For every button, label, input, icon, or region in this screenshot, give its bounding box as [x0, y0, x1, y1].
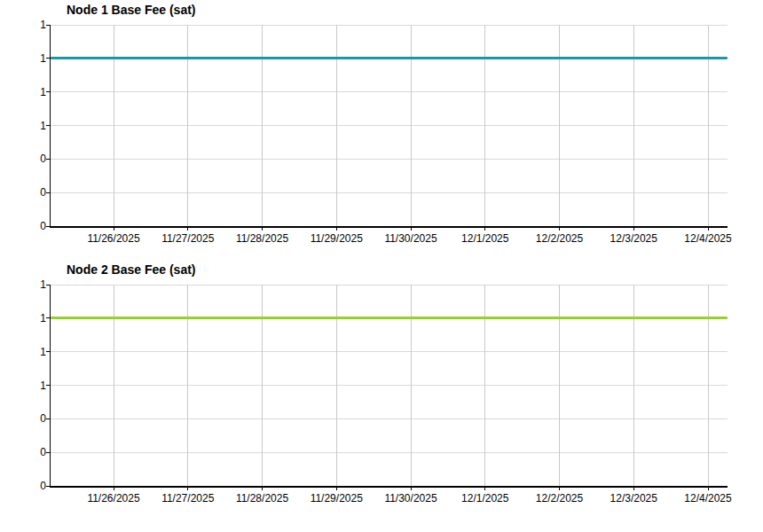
y-tick-label: 0	[15, 412, 46, 425]
y-tick-label: 0	[15, 480, 46, 492]
y-gridline	[51, 285, 728, 286]
x-tick-label: 12/1/2025	[448, 232, 523, 245]
y-tick-label: 1	[15, 346, 46, 358]
x-tick-label: 11/30/2025	[374, 232, 448, 245]
x-tick-label: 12/3/2025	[596, 492, 671, 505]
y-tick-label: 1	[15, 86, 46, 98]
y-axis-spine	[50, 25, 51, 228]
x-gridline	[187, 285, 188, 486]
x-tick-label: 12/4/2025	[671, 232, 745, 245]
y-gridline	[51, 192, 728, 193]
base-fee-charts-page: Node 1 Base Fee (sat) Node 2 Base Fee (s…	[0, 0, 763, 532]
x-gridline	[262, 285, 263, 486]
x-axis-spine	[50, 226, 728, 228]
x-tick-label: 11/27/2025	[151, 492, 225, 505]
y-tick-label: 1	[15, 278, 46, 291]
y-tick-label: 0	[15, 186, 46, 199]
x-gridline	[114, 25, 114, 226]
y-tick-label: 1	[15, 312, 46, 325]
x-tick-label: 11/26/2025	[76, 492, 151, 505]
y-tick-label: 1	[15, 52, 46, 65]
x-tick-label: 11/28/2025	[225, 492, 300, 505]
x-tick-label: 11/29/2025	[299, 492, 374, 505]
y-gridline	[51, 419, 728, 419]
x-gridline	[114, 285, 114, 486]
y-gridline	[51, 25, 728, 26]
chart-1-title: Node 1 Base Fee (sat)	[67, 3, 196, 17]
x-tick-label: 12/2/2025	[523, 232, 597, 245]
y-tick-label: 1	[15, 379, 46, 392]
y-tick-label: 0	[15, 446, 46, 458]
x-gridline	[411, 25, 412, 226]
x-tick-label: 11/29/2025	[299, 232, 374, 245]
data-line-node-2	[51, 317, 728, 319]
x-tick-label: 11/28/2025	[225, 232, 300, 245]
x-gridline	[484, 25, 485, 226]
x-gridline	[187, 25, 188, 226]
y-gridline	[51, 385, 728, 386]
data-line-node-1	[51, 57, 728, 59]
chart-2-title: Node 2 Base Fee (sat)	[67, 262, 196, 277]
y-gridline	[51, 351, 728, 352]
x-tick-label: 12/4/2025	[671, 492, 745, 505]
y-gridline	[51, 91, 728, 92]
x-gridline	[559, 285, 560, 486]
y-tick-label: 0	[15, 220, 46, 232]
x-tick-label: 12/2/2025	[523, 492, 597, 505]
y-tick-label: 1	[15, 19, 46, 31]
y-gridline	[51, 452, 728, 453]
x-gridline	[708, 285, 709, 486]
x-gridline	[336, 25, 337, 226]
x-gridline	[411, 285, 412, 486]
y-gridline	[51, 159, 728, 160]
x-gridline	[633, 285, 634, 486]
x-gridline	[559, 25, 560, 226]
x-tick-label: 11/26/2025	[76, 232, 151, 245]
x-gridline	[708, 25, 709, 226]
x-axis-spine	[50, 486, 728, 488]
x-gridline	[262, 25, 263, 226]
x-gridline	[484, 285, 485, 486]
y-axis-spine	[50, 285, 51, 488]
x-tick-label: 12/1/2025	[448, 492, 523, 505]
y-tick-label: 1	[15, 120, 46, 132]
x-tick-label: 11/30/2025	[374, 492, 448, 505]
x-gridline	[633, 25, 634, 226]
y-tick-label: 0	[15, 153, 46, 165]
x-tick-label: 11/27/2025	[151, 232, 225, 245]
x-tick-label: 12/3/2025	[596, 232, 671, 245]
x-gridline	[336, 285, 337, 486]
y-gridline	[51, 125, 728, 126]
